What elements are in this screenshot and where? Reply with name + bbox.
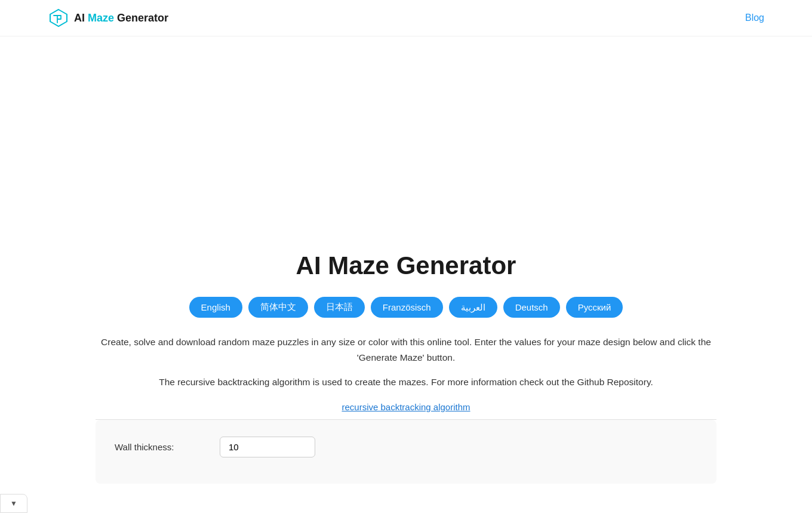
chevron-down-icon: ▼	[10, 499, 17, 508]
lang-btn-german[interactable]: Deutsch	[503, 297, 560, 318]
logo-icon	[48, 7, 69, 29]
wall-thickness-label: Wall thickness:	[115, 442, 210, 452]
lang-btn-arabic[interactable]: العربية	[449, 297, 497, 318]
lang-btn-chinese[interactable]: 简体中文	[248, 297, 308, 318]
recursive-link[interactable]: recursive backtracking algorithm	[342, 402, 470, 412]
collapsed-panel[interactable]: ▼	[0, 494, 27, 513]
blog-link[interactable]: Blog	[745, 13, 764, 23]
navbar: AI Maze Generator Blog	[0, 0, 812, 36]
algorithm-text: The recursive backtracking algorithm is …	[159, 374, 653, 390]
lang-btn-japanese[interactable]: 日本語	[314, 297, 365, 318]
lang-btn-english[interactable]: English	[189, 297, 242, 318]
language-buttons: English 简体中文 日本語 Französisch العربية Deu…	[189, 297, 623, 318]
main-content: AI Maze Generator English 简体中文 日本語 Franz…	[48, 251, 764, 484]
form-section: Wall thickness:	[96, 420, 716, 484]
ad-banner	[0, 36, 812, 251]
wall-thickness-row: Wall thickness:	[115, 437, 697, 457]
description-text: Create, solve and download random maze p…	[96, 334, 716, 365]
lang-btn-russian[interactable]: Русский	[566, 297, 623, 318]
lang-btn-french[interactable]: Französisch	[371, 297, 443, 318]
page-title: AI Maze Generator	[296, 251, 516, 280]
logo-link[interactable]: AI Maze Generator	[48, 7, 168, 29]
logo-text: AI Maze Generator	[74, 12, 168, 24]
wall-thickness-input[interactable]	[220, 437, 315, 457]
